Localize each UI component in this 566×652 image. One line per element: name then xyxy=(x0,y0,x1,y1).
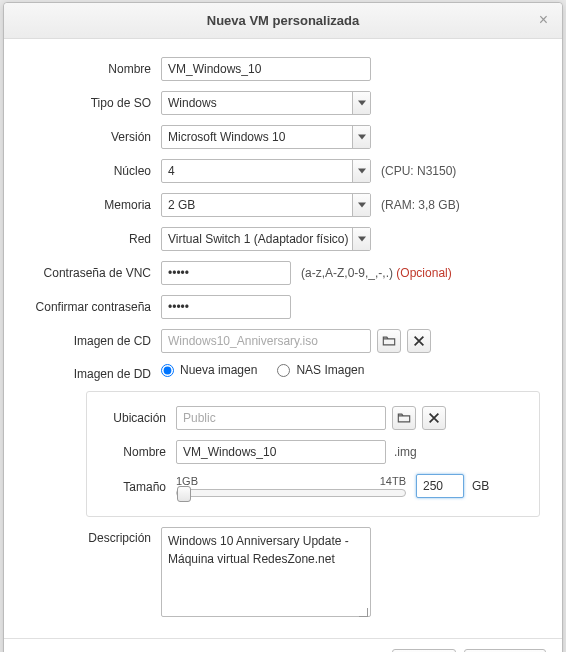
size-input[interactable] xyxy=(416,474,464,498)
label-size: Tamaño xyxy=(101,480,176,498)
cpu-hint: (CPU: N3150) xyxy=(381,164,456,178)
label-core: Núcleo xyxy=(26,164,161,178)
memory-select[interactable] xyxy=(161,193,371,217)
name-input[interactable] xyxy=(161,57,371,81)
label-description: Descripción xyxy=(26,527,161,545)
dd-image-radio-group: Nueva imagen NAS Imagen xyxy=(161,363,540,377)
os-type-select[interactable] xyxy=(161,91,371,115)
clear-button[interactable] xyxy=(407,329,431,353)
label-vnc-password: Contraseña de VNC xyxy=(26,266,161,280)
size-unit: GB xyxy=(472,479,489,493)
confirm-password-input[interactable] xyxy=(161,295,291,319)
label-cd-image: Imagen de CD xyxy=(26,334,161,348)
browse-folder-button[interactable] xyxy=(377,329,401,353)
chevron-down-icon[interactable] xyxy=(352,194,370,216)
titlebar: Nueva VM personalizada × xyxy=(4,3,562,39)
label-network: Red xyxy=(26,232,161,246)
location-input[interactable] xyxy=(176,406,386,430)
label-dd-name: Nombre xyxy=(101,445,176,459)
slider-max-label: 14TB xyxy=(380,475,406,487)
ram-hint: (RAM: 3,8 GB) xyxy=(381,198,460,212)
label-location: Ubicación xyxy=(101,411,176,425)
label-version: Versión xyxy=(26,130,161,144)
x-icon xyxy=(412,334,426,348)
x-icon xyxy=(427,411,441,425)
dd-image-section: Ubicación Nombre .img xyxy=(86,391,540,517)
vnc-hint: (a-z,A-Z,0-9,_,-,.) (Opcional) xyxy=(301,266,452,280)
chevron-down-icon[interactable] xyxy=(352,160,370,182)
chevron-down-icon[interactable] xyxy=(352,228,370,250)
dd-ext-label: .img xyxy=(394,445,417,459)
network-select[interactable] xyxy=(161,227,371,251)
clear-button[interactable] xyxy=(422,406,446,430)
dd-name-input[interactable] xyxy=(176,440,386,464)
label-os-type: Tipo de SO xyxy=(26,96,161,110)
chevron-down-icon[interactable] xyxy=(352,126,370,148)
browse-folder-button[interactable] xyxy=(392,406,416,430)
radio-nas-image[interactable]: NAS Imagen xyxy=(277,363,364,377)
core-select[interactable] xyxy=(161,159,371,183)
label-confirm-password: Confirmar contraseña xyxy=(26,300,161,314)
folder-icon xyxy=(397,411,411,425)
radio-new-image[interactable]: Nueva imagen xyxy=(161,363,257,377)
dialog-footer: Crear Cancelar xyxy=(4,638,562,652)
label-dd-image: Imagen de DD xyxy=(26,363,161,381)
description-textarea[interactable] xyxy=(161,527,371,617)
label-memory: Memoria xyxy=(26,198,161,212)
slider-thumb[interactable] xyxy=(177,486,191,502)
cd-image-input[interactable] xyxy=(161,329,371,353)
size-slider[interactable]: 1GB 14TB xyxy=(176,475,406,497)
slider-track[interactable] xyxy=(176,489,406,497)
chevron-down-icon[interactable] xyxy=(352,92,370,114)
vm-dialog: Nueva VM personalizada × Nombre Tipo de … xyxy=(3,2,563,652)
version-select[interactable] xyxy=(161,125,371,149)
close-icon[interactable]: × xyxy=(535,11,552,29)
label-name: Nombre xyxy=(26,62,161,76)
vnc-password-input[interactable] xyxy=(161,261,291,285)
folder-icon xyxy=(382,334,396,348)
dialog-title: Nueva VM personalizada xyxy=(207,13,359,28)
dialog-body: Nombre Tipo de SO Versión xyxy=(4,39,562,638)
